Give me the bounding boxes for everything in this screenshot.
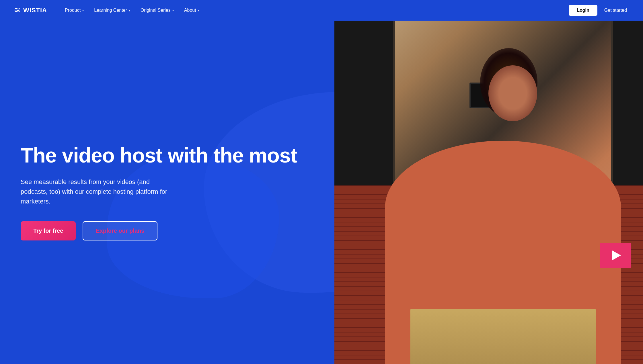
nav-links: Product ▾ Learning Center ▾ Original Ser… bbox=[61, 5, 569, 15]
navigation: ≋ WISTIA Product ▾ Learning Center ▾ Ori… bbox=[0, 0, 643, 21]
chevron-down-icon: ▾ bbox=[129, 9, 130, 12]
hero-headline: The video host with the most bbox=[21, 144, 317, 167]
nav-item-original-series[interactable]: Original Series ▾ bbox=[137, 5, 178, 15]
window-right bbox=[611, 21, 643, 185]
hero-video-panel bbox=[334, 21, 643, 364]
video-container[interactable] bbox=[334, 21, 643, 364]
video-thumbnail bbox=[334, 21, 643, 364]
person-face bbox=[488, 65, 537, 121]
hero-section: The video host with the most See measura… bbox=[0, 21, 643, 364]
nav-series-label: Original Series bbox=[141, 8, 171, 13]
try-for-free-button[interactable]: Try for free bbox=[21, 221, 76, 240]
explore-plans-button[interactable]: Explore our plans bbox=[83, 221, 157, 240]
get-started-button[interactable]: Get started bbox=[602, 5, 629, 16]
nav-product-label: Product bbox=[65, 8, 81, 13]
play-icon bbox=[612, 250, 621, 261]
nav-right: Login Get started bbox=[569, 5, 629, 16]
nav-about-label: About bbox=[184, 8, 196, 13]
hero-content: The video host with the most See measura… bbox=[0, 121, 334, 263]
hero-cta-buttons: Try for free Explore our plans bbox=[21, 221, 317, 240]
nav-item-about[interactable]: About ▾ bbox=[180, 5, 203, 15]
hero-subheadline: See measurable results from your videos … bbox=[21, 177, 170, 206]
laptop bbox=[410, 309, 596, 364]
chevron-down-icon: ▾ bbox=[172, 9, 174, 12]
logo-link[interactable]: ≋ WISTIA bbox=[14, 6, 47, 14]
nav-item-learning-center[interactable]: Learning Center ▾ bbox=[90, 5, 134, 15]
nav-learning-label: Learning Center bbox=[94, 8, 127, 13]
window-left bbox=[334, 21, 395, 185]
brand-name: WISTIA bbox=[23, 7, 47, 14]
play-button[interactable] bbox=[600, 243, 631, 268]
wistia-logo-icon: ≋ bbox=[14, 6, 20, 14]
chevron-down-icon: ▾ bbox=[198, 9, 199, 12]
chevron-down-icon: ▾ bbox=[82, 9, 84, 12]
nav-item-product[interactable]: Product ▾ bbox=[61, 5, 88, 15]
login-button[interactable]: Login bbox=[569, 5, 597, 16]
